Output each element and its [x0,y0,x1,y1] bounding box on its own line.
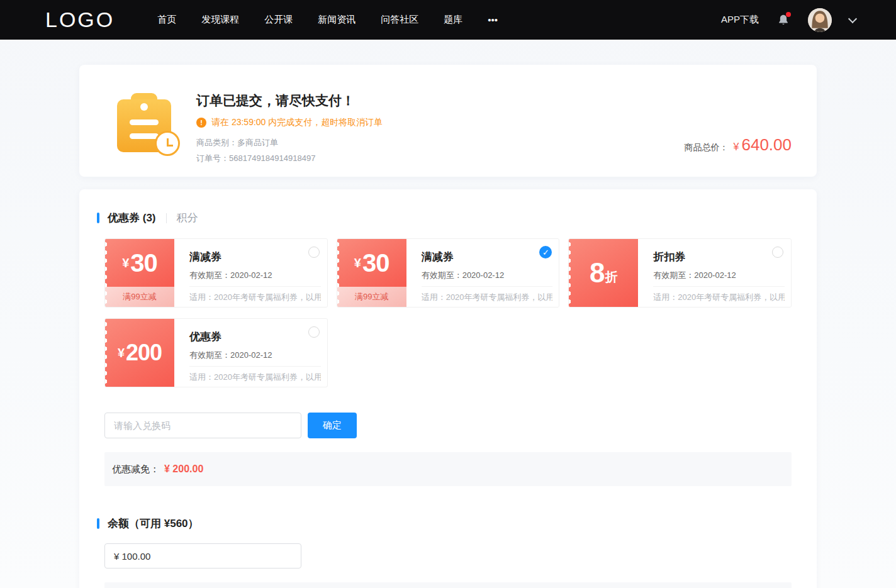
coupon-expiry: 有效期至：2020-02-12 [189,270,315,281]
tab-points[interactable]: 积分 [177,211,198,225]
currency-symbol: ¥ [734,141,739,152]
user-avatar[interactable] [808,8,832,32]
coupon-scope: 适用：2020年考研专属福利券，以用... [189,286,321,307]
total-price-label: 商品总价： [685,142,729,152]
order-total-price: 商品总价：¥640.00 [685,135,792,155]
coupon-radio-checked-icon[interactable]: ✓ [539,246,552,258]
coupon-radio-unchecked[interactable] [308,247,320,258]
coupon-condition: 满99立减 [337,287,406,307]
balance-title: 余额（可用 ¥560） [108,516,199,531]
coupon-stub: ¥30 满99立减 [337,239,406,307]
order-number: 订单号：5681749184914918497 [196,150,383,166]
nav-item-open-classes[interactable]: 公开课 [264,14,293,26]
nav-item-news[interactable]: 新闻资讯 [318,14,356,26]
nav-item-home[interactable]: 首页 [157,14,176,26]
coupon-name: 优惠券 [189,330,315,344]
nav-right: APP下载 [721,8,856,32]
coupon-radio-unchecked[interactable] [308,326,320,338]
discount-summary-bar: 优惠减免： ¥ 200.00 [104,452,792,486]
top-navbar: LOGO 首页 发现课程 公开课 新闻资讯 问答社区 题库 ••• APP下载 [0,0,896,40]
coupon-name: 满减券 [422,250,547,264]
coupon-condition: 满99立减 [105,287,174,307]
total-price-value: 640.00 [741,135,792,154]
coupon-card-200-off[interactable]: ¥200 优惠券 有效期至：2020-02-12 适用：2020年考研专属福利券… [104,318,328,387]
coupon-expiry: 有效期至：2020-02-12 [422,270,547,281]
clock-icon [155,131,180,156]
coupon-name: 折扣券 [653,250,778,264]
coupon-scope: 适用：2020年考研专属福利券，以用... [653,286,785,307]
discount-value: ¥ 200.00 [164,463,203,475]
coupon-scope: 适用：2020年考研专属福利券，以用... [422,286,553,307]
nav-links: 首页 发现课程 公开课 新闻资讯 问答社区 题库 ••• [157,14,498,26]
coupon-scope: 适用：2020年考研专属福利券，以用... [189,366,321,387]
nav-item-qa-community[interactable]: 问答社区 [381,14,418,26]
coupon-card-20pct-discount[interactable]: 8折 折扣券 有效期至：2020-02-12 适用：2020年考研专属福利券，以… [568,238,792,308]
section-accent-bar [97,518,99,529]
order-summary-card: 订单已提交，请尽快支付！ ! 请在 23:59:00 内完成支付，超时将取消订单… [79,65,817,177]
nav-item-more-ellipsis[interactable]: ••• [488,14,498,25]
payment-options-card: 优惠券 (3) 积分 ¥30 满99立减 满减券 有效期至：2020-02-12… [79,189,817,588]
notification-badge [786,12,791,17]
app-download-link[interactable]: APP下载 [721,14,759,26]
section-accent-bar [97,213,99,223]
nav-item-discover-courses[interactable]: 发现课程 [201,14,239,26]
tab-divider [166,213,167,223]
coupon-expiry: 有效期至：2020-02-12 [653,270,778,281]
order-submitted-title: 订单已提交，请尽快支付！ [196,92,383,109]
redeem-code-row: 确定 [104,413,792,438]
next-summary-bar [104,582,792,588]
coupon-stub: ¥200 [105,319,174,387]
notification-bell-icon[interactable] [776,13,790,27]
payment-deadline-notice: ! 请在 23:59:00 内完成支付，超时将取消订单 [196,117,383,128]
coupon-radio-unchecked[interactable] [772,247,783,258]
balance-amount-input[interactable] [104,543,301,569]
balance-section-header: 余额（可用 ¥560） [97,516,792,531]
redeem-code-input[interactable] [104,413,301,438]
discount-label: 优惠减免： [112,463,159,475]
confirm-button[interactable]: 确定 [308,413,357,438]
coupon-section-header: 优惠券 (3) 积分 [97,211,792,225]
deadline-text: 请在 23:59:00 内完成支付，超时将取消订单 [211,117,383,128]
order-clipboard-icon [117,93,171,153]
tab-coupons[interactable]: 优惠券 (3) [108,211,156,225]
coupon-card-30-off-selected[interactable]: ¥30 满99立减 满减券 有效期至：2020-02-12 适用：2020年考研… [337,238,560,308]
coupon-stub: ¥30 满99立减 [105,239,174,307]
logo[interactable]: LOGO [45,8,115,32]
coupon-stub: 8折 [569,239,638,307]
nav-item-question-bank[interactable]: 题库 [444,14,462,26]
coupon-card-30-off[interactable]: ¥30 满99立减 满减券 有效期至：2020-02-12 适用：2020年考研… [104,238,328,308]
warning-icon: ! [196,118,206,128]
coupon-expiry: 有效期至：2020-02-12 [189,350,315,361]
coupon-name: 满减券 [189,250,315,264]
chevron-down-icon[interactable] [848,14,857,23]
order-category: 商品类别：多商品订单 [196,135,383,150]
coupon-grid: ¥30 满99立减 满减券 有效期至：2020-02-12 适用：2020年考研… [104,238,792,387]
